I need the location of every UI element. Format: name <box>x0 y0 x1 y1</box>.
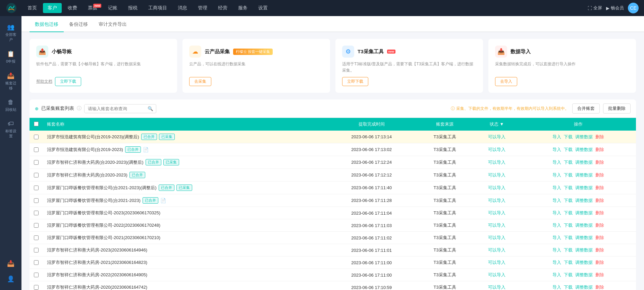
search-input[interactable] <box>85 104 145 113</box>
nav-item-经营[interactable]: 经营 <box>213 3 232 13</box>
nav-item-工商项目[interactable]: 工商项目 <box>144 3 172 13</box>
op-导入[interactable]: 导入 <box>551 285 562 290</box>
op-下载[interactable]: 下载 <box>562 285 574 290</box>
op-调整数据[interactable]: 调整数据 <box>574 272 594 277</box>
op-delete[interactable]: 删除 <box>594 285 605 290</box>
op-导入[interactable]: 导入 <box>551 260 562 265</box>
op-下载[interactable]: 下载 <box>562 198 574 203</box>
tab-数据包迁移[interactable]: 数据包迁移 <box>30 17 64 32</box>
batch-delete-button[interactable]: 批量删除 <box>603 103 631 114</box>
sidebar-bottom-item[interactable]: 📥 <box>1 257 20 271</box>
card-link[interactable]: 帮助文档 <box>36 79 52 84</box>
merge-button[interactable]: 合并账套 <box>572 103 600 114</box>
op-delete[interactable]: 删除 <box>594 272 605 277</box>
op-导入[interactable]: 导入 <box>551 247 562 252</box>
row-checkbox[interactable] <box>34 211 39 215</box>
op-下载[interactable]: 下载 <box>562 247 574 252</box>
op-delete[interactable]: 删除 <box>594 160 605 165</box>
op-delete[interactable]: 删除 <box>594 172 605 177</box>
op-delete[interactable]: 删除 <box>594 210 605 215</box>
op-调整数据[interactable]: 调整数据 <box>574 247 594 252</box>
op-delete[interactable]: 删除 <box>594 134 605 139</box>
tab-备份迁移[interactable]: 备份迁移 <box>64 17 93 32</box>
op-调整数据[interactable]: 调整数据 <box>574 235 594 240</box>
op-调整数据[interactable]: 调整数据 <box>574 198 594 203</box>
op-下载[interactable]: 下载 <box>562 272 574 277</box>
row-checkbox[interactable] <box>34 285 39 290</box>
op-下载[interactable]: 下载 <box>562 260 574 265</box>
help-icon[interactable]: ⓘ <box>77 105 82 112</box>
op-delete[interactable]: 删除 <box>594 185 605 190</box>
op-导入[interactable]: 导入 <box>551 272 562 277</box>
op-导入[interactable]: 导入 <box>551 198 562 203</box>
op-导入[interactable]: 导入 <box>551 210 562 215</box>
row-checkbox[interactable] <box>34 186 39 190</box>
op-导入[interactable]: 导入 <box>551 160 562 165</box>
nav-item-设置[interactable]: 设置 <box>254 3 272 13</box>
op-导入[interactable]: 导入 <box>551 147 562 152</box>
op-delete[interactable]: 删除 <box>594 198 605 203</box>
row-checkbox[interactable] <box>34 235 39 240</box>
op-导入[interactable]: 导入 <box>551 172 562 177</box>
app-logo[interactable] <box>5 2 17 14</box>
op-调整数据[interactable]: 调整数据 <box>574 185 594 190</box>
row-checkbox[interactable] <box>34 273 39 277</box>
op-delete[interactable]: 删除 <box>594 223 605 228</box>
op-delete[interactable]: 删除 <box>594 147 605 152</box>
op-delete[interactable]: 删除 <box>594 235 605 240</box>
op-下载[interactable]: 下载 <box>562 210 574 215</box>
row-checkbox[interactable] <box>34 248 39 252</box>
sidebar-item-标签设置[interactable]: 🏷标签设置 <box>1 117 20 142</box>
tab-审计文件导出[interactable]: 审计文件导出 <box>93 17 132 32</box>
op-导入[interactable]: 导入 <box>551 185 562 190</box>
op-delete[interactable]: 删除 <box>594 260 605 265</box>
card-button-t3[interactable]: 立即下载 <box>342 77 368 86</box>
op-下载[interactable]: 下载 <box>562 223 574 228</box>
row-checkbox[interactable] <box>34 223 39 228</box>
op-调整数据[interactable]: 调整数据 <box>574 260 594 265</box>
card-button-xiaochu[interactable]: 立即下载 <box>55 77 81 86</box>
fullscreen-button[interactable]: ⛶ 全屏 <box>588 5 602 11</box>
op-导入[interactable]: 导入 <box>551 235 562 240</box>
op-下载[interactable]: 下载 <box>562 172 574 177</box>
op-导入[interactable]: 导入 <box>551 134 562 139</box>
nav-item-报税[interactable]: 报税 <box>123 3 142 13</box>
vip-button[interactable]: ▶ 畅会员 <box>606 5 624 11</box>
op-调整数据[interactable]: 调整数据 <box>574 160 594 165</box>
op-导入[interactable]: 导入 <box>551 223 562 228</box>
row-checkbox[interactable] <box>34 135 39 139</box>
select-all-checkbox[interactable] <box>34 122 39 126</box>
sidebar-bottom-item[interactable]: 👤 <box>1 272 20 286</box>
op-下载[interactable]: 下载 <box>562 235 574 240</box>
sidebar-item-0申报[interactable]: 📋0申报 <box>1 47 20 67</box>
op-调整数据[interactable]: 调整数据 <box>574 172 594 177</box>
nav-item-管理[interactable]: 管理 <box>193 3 212 13</box>
nav-item-消息[interactable]: 消息 <box>173 3 192 13</box>
row-checkbox[interactable] <box>34 160 39 165</box>
op-调整数据[interactable]: 调整数据 <box>574 223 594 228</box>
nav-item-服务[interactable]: 服务 <box>233 3 252 13</box>
op-调整数据[interactable]: 调整数据 <box>574 147 594 152</box>
op-下载[interactable]: 下载 <box>562 134 574 139</box>
card-button-import[interactable]: 去导入 <box>495 77 517 86</box>
op-调整数据[interactable]: 调整数据 <box>574 210 594 215</box>
sidebar-item-账套迁移[interactable]: 📤账套迁移 <box>1 69 20 94</box>
row-checkbox[interactable] <box>34 260 39 265</box>
op-下载[interactable]: 下载 <box>562 160 574 165</box>
user-avatar[interactable]: CE <box>628 3 639 13</box>
op-下载[interactable]: 下载 <box>562 185 574 190</box>
row-checkbox[interactable] <box>34 147 39 152</box>
sidebar-item-回收站[interactable]: 🗑回收站 <box>1 95 20 116</box>
op-调整数据[interactable]: 调整数据 <box>574 134 594 139</box>
nav-item-票据[interactable]: 票据new <box>83 3 102 13</box>
op-调整数据[interactable]: 调整数据 <box>574 285 594 290</box>
col-header-4[interactable]: 状态 ▼ <box>473 118 521 131</box>
nav-item-收费[interactable]: 收费 <box>63 3 82 13</box>
search-button[interactable]: 🔍 <box>145 104 156 113</box>
op-下载[interactable]: 下载 <box>562 147 574 152</box>
op-delete[interactable]: 删除 <box>594 247 605 252</box>
sidebar-item-全部客户[interactable]: 👥全部客户 <box>1 20 20 46</box>
card-button-cloud[interactable]: 去采集 <box>189 77 211 86</box>
row-checkbox[interactable] <box>34 198 39 203</box>
nav-item-记账[interactable]: 记账 <box>103 3 122 13</box>
